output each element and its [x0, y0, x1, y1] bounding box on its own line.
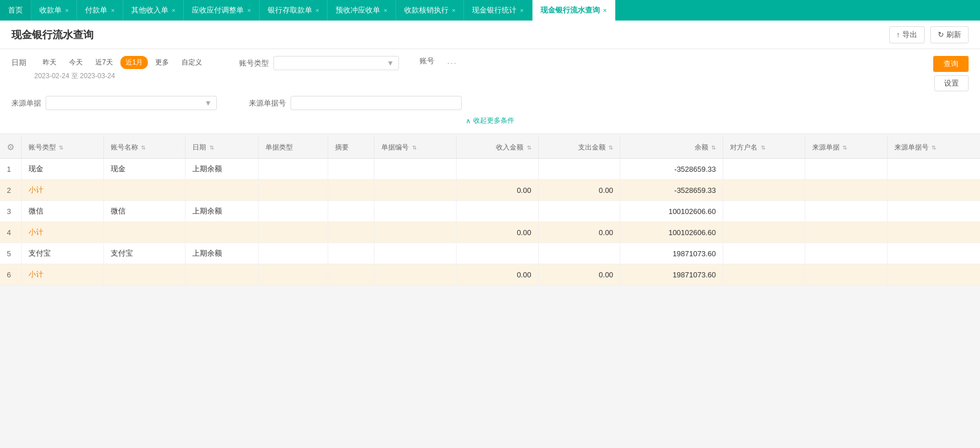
nav-close-bank-deposit[interactable]: ×: [316, 7, 319, 14]
nav-item-home-label: 首页: [8, 5, 23, 15]
refresh-button[interactable]: ↻ 刷新: [930, 26, 969, 43]
col-counterparty[interactable]: 对方户名 ⇅: [723, 136, 805, 159]
cell-source-doc-no: [887, 222, 980, 243]
date-btn-7days[interactable]: 近7天: [90, 56, 118, 69]
table-settings-icon[interactable]: ⚙: [7, 142, 14, 152]
cell-source-doc: [805, 222, 887, 243]
source-doc-num-input[interactable]: [291, 96, 462, 110]
account-type-label: 账号类型: [239, 58, 269, 68]
cell-balance: 100102606.60: [620, 222, 723, 243]
cell-row-num: 3: [0, 201, 22, 222]
setting-button[interactable]: 设置: [934, 75, 969, 91]
cell-account-type: 微信: [22, 201, 104, 222]
nav-item-other-income[interactable]: 其他收入单 ×: [123, 0, 184, 21]
nav-label: 应收应付调整单: [192, 5, 244, 15]
date-btn-more[interactable]: 更多: [150, 56, 174, 69]
cell-row-num: 4: [0, 222, 22, 243]
account-type-select[interactable]: ▼: [273, 56, 399, 70]
nav-close-bank-stats[interactable]: ×: [520, 7, 523, 14]
sort-date-icon: ⇅: [209, 144, 214, 151]
nav-item-payment[interactable]: 付款单 ×: [77, 0, 123, 21]
date-btn-custom[interactable]: 自定义: [176, 56, 207, 69]
cell-doc-type: [259, 222, 328, 243]
date-btn-today[interactable]: 今天: [64, 56, 88, 69]
cell-income: 0.00: [457, 180, 539, 201]
filter-area: 日期 昨天 今天 近7天 近1月 更多 自定义 2023-02-24 至 202…: [0, 49, 980, 134]
cell-expense: [538, 159, 620, 180]
nav-close-other-income[interactable]: ×: [172, 7, 175, 14]
cell-row-num: 1: [0, 159, 22, 180]
col-date[interactable]: 日期 ⇅: [185, 136, 259, 159]
cell-doc-type: [259, 264, 328, 285]
table-row: 3 微信 微信 上期余额 100102606.60: [0, 201, 980, 222]
col-settings[interactable]: ⚙: [0, 136, 22, 159]
col-account-type[interactable]: 账号类型 ⇅: [22, 136, 104, 159]
nav-close-payment[interactable]: ×: [111, 7, 114, 14]
collapse-bar[interactable]: ∧ 收起更多条件: [11, 114, 969, 128]
nav-item-receivable-adjust[interactable]: 应收应付调整单 ×: [184, 0, 259, 21]
nav-item-home[interactable]: 首页: [0, 0, 31, 21]
nav-close-bank-flow[interactable]: ×: [603, 7, 607, 14]
nav-close-receipt[interactable]: ×: [65, 7, 68, 14]
table-row: 1 现金 现金 上期余额 -3528659.33: [0, 159, 980, 180]
col-account-name-label: 账号名称: [111, 143, 138, 151]
account-type-chevron-icon: ▼: [387, 59, 394, 67]
col-doc-type: 单据类型: [259, 136, 328, 159]
account-dots-btn[interactable]: ...: [447, 56, 457, 66]
table-row: 5 支付宝 支付宝 上期余额 19871073.60: [0, 243, 980, 264]
nav-item-prepayment[interactable]: 预收冲应收单 ×: [328, 0, 396, 21]
col-doc-no-label: 单据编号: [381, 143, 409, 151]
cell-account-name: 现金: [103, 159, 185, 180]
nav-item-bank-deposit[interactable]: 银行存取款单 ×: [260, 0, 328, 21]
date-btn-yesterday[interactable]: 昨天: [38, 56, 62, 69]
cell-doc-type: [259, 243, 328, 264]
nav-label: 现金银行流水查询: [541, 5, 600, 15]
nav-item-receipt[interactable]: 收款单 ×: [31, 0, 77, 21]
col-source-doc-no[interactable]: 来源单据号 ⇅: [887, 136, 980, 159]
collapse-label: 收起更多条件: [473, 116, 514, 126]
main-content: ⚙ 账号类型 ⇅ 账号名称 ⇅ 日期 ⇅ 单据类型 摘要: [0, 136, 980, 285]
cell-source-doc: [805, 180, 887, 201]
cell-source-doc: [805, 264, 887, 285]
nav-label: 其他收入单: [131, 5, 168, 15]
col-summary-label: 摘要: [335, 143, 349, 151]
sort-source-doc-icon: ⇅: [842, 144, 847, 151]
source-doc-select[interactable]: ▼: [46, 96, 217, 110]
cell-account-name: [103, 264, 185, 285]
cell-summary: [328, 159, 374, 180]
col-doc-no[interactable]: 单据编号 ⇅: [374, 136, 457, 159]
export-button[interactable]: ↑ 导出: [889, 26, 925, 43]
nav-item-bank-flow[interactable]: 现金银行流水查询 ×: [533, 0, 615, 21]
cell-account-type: 小计: [22, 264, 104, 285]
cell-balance: -3528659.33: [620, 159, 723, 180]
sort-balance-icon: ⇅: [711, 144, 716, 151]
nav-close-receivable-adjust[interactable]: ×: [247, 7, 251, 14]
col-source-doc-label: 来源单据: [812, 143, 840, 151]
cell-account-type: 现金: [22, 159, 104, 180]
nav-item-writeoff[interactable]: 收款核销执行 ×: [396, 0, 464, 21]
cell-source-doc-no: [887, 243, 980, 264]
col-income[interactable]: 收入金额 ⇅: [457, 136, 539, 159]
nav-close-prepayment[interactable]: ×: [384, 7, 387, 14]
col-account-name[interactable]: 账号名称 ⇅: [103, 136, 185, 159]
col-source-doc[interactable]: 来源单据 ⇅: [805, 136, 887, 159]
query-button[interactable]: 查询: [933, 56, 969, 72]
sort-account-name-icon: ⇅: [141, 144, 146, 151]
cell-balance: 100102606.60: [620, 201, 723, 222]
cell-date: [185, 180, 259, 201]
export-icon: ↑: [897, 30, 901, 39]
cell-counterparty: [723, 222, 805, 243]
col-expense[interactable]: 支出金额 ⇅: [538, 136, 620, 159]
nav-item-bank-stats[interactable]: 现金银行统计 ×: [464, 0, 532, 21]
cell-account-name: 微信: [103, 201, 185, 222]
cell-date: 上期余额: [185, 243, 259, 264]
page-title: 现金银行流水查询: [11, 28, 94, 42]
col-balance[interactable]: 余额 ⇅: [620, 136, 723, 159]
cell-summary: [328, 222, 374, 243]
sort-income-icon: ⇅: [527, 144, 531, 151]
nav-close-writeoff[interactable]: ×: [452, 7, 455, 14]
cell-account-type: 小计: [22, 222, 104, 243]
date-range-display: 2023-02-24 至 2023-03-24: [34, 72, 115, 80]
cell-source-doc: [805, 201, 887, 222]
date-btn-1month[interactable]: 近1月: [120, 56, 148, 69]
